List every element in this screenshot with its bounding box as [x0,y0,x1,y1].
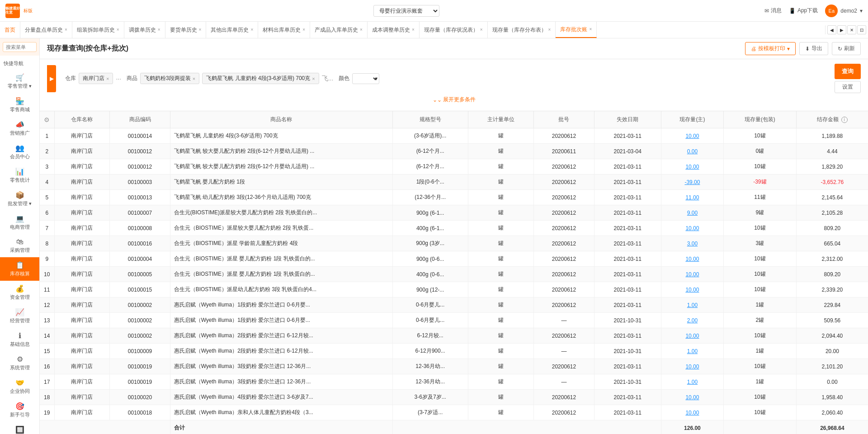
cell-qty-main[interactable]: 1.00 [661,374,723,390]
close-tab-7[interactable]: × [360,22,363,38]
user-info[interactable]: Ea demo2 ▾ [825,5,863,17]
cell-qty-main[interactable]: 3.00 [661,236,723,251]
tab-selector[interactable]: 母婴行业演示账套 [373,5,439,17]
cell-qty-main[interactable]: 10.00 [661,159,723,175]
print-btn[interactable]: 🖨 按模板打印 ▾ [745,42,796,55]
sidebar-item-系统管理[interactable]: ⚙系统管理 [0,351,39,375]
top-bar: 畅捷通好生意 标版 母婴行业演示账套 ✉ 消息 📱 App下载 Ea demo2… [0,0,868,22]
cell-spec: 12-36月幼... [392,359,468,374]
export-btn[interactable]: ⬇ 导出 [799,42,828,55]
goods-dots[interactable]: 飞... [322,75,334,83]
cell-qty-main[interactable]: 10.00 [661,267,723,282]
sidebar-item-零售统计[interactable]: 📊零售统计 [0,164,39,187]
close-tab-3[interactable]: × [158,22,160,38]
cell-qty-main[interactable]: 10.00 [661,359,723,374]
cell-amount: 0.00 [796,374,868,390]
close-tab-2[interactable]: × [117,22,119,38]
nav-tab-0[interactable]: 首页 [0,22,20,38]
cell-unit: 罐 [468,267,534,282]
close-tab-11[interactable]: × [589,22,592,38]
cell-qty-main[interactable]: 2.00 [661,313,723,328]
nav-tabs-wrapper: 首页分量盘点单历史×组装拆卸单历史×调拨单历史×要货单历史×其他出库单历史×材料… [0,22,868,38]
sidebar-item-基础信息[interactable]: ℹ基础信息 [0,328,39,351]
sidebar-item-批发管理[interactable]: 📦批发管理 ▾ [0,187,39,211]
sidebar-item-零售商城[interactable]: 🏪零售商城 [0,93,39,117]
nav-tab-8[interactable]: 成本调整单历史× [368,22,420,38]
cell-qty-main[interactable]: 10.00 [661,128,723,144]
close-tab-10[interactable]: × [548,22,551,38]
sidebar-item-会员中心[interactable]: 👥会员中心 [0,140,39,164]
sidebar-item-新手引导[interactable]: 🎯新手引导 [0,398,39,422]
nav-next-btn[interactable]: ▶ [837,25,846,34]
cell-qty-main[interactable]: 1.00 [661,297,723,313]
nav-prev-btn[interactable]: ◀ [827,25,836,34]
sidebar-item-采购管理[interactable]: 🛍采购管理 [0,234,39,257]
warehouse-tag[interactable]: 南岸门店 × [79,73,113,84]
nav-tab-2[interactable]: 组装拆卸单历史× [72,22,124,38]
filter-expand-left-btn[interactable]: ▶ [47,65,56,92]
close-tab-6[interactable]: × [302,22,305,38]
settings-btn[interactable]: 设置 [835,81,861,93]
nav-tab-11[interactable]: 库存批次账× [556,22,597,38]
col-settings[interactable]: ⚙ [40,111,54,128]
sidebar-item-营销推广[interactable]: 📣营销推广 [0,117,39,140]
warehouse-dots[interactable]: ··· [116,75,121,82]
nav-tab-1[interactable]: 分量盘点单历史× [20,22,72,38]
cell-expire: 2021-03-11 [594,297,661,313]
nav-tab-10[interactable]: 现存量（库存分布表）× [488,22,556,38]
message-btn[interactable]: ✉ 消息 [764,7,782,14]
goods-tag-1[interactable]: 飞鹤奶粉3段两提装 × [140,73,199,84]
nav-tab-9[interactable]: 现存量（库存状况表）× [420,22,488,38]
nav-expand-btn[interactable]: ⊡ [857,25,866,34]
sidebar-item-电商管理[interactable]: 💻电商管理 [0,211,39,234]
amount-info-icon[interactable]: i [841,117,848,123]
sidebar-item-经营管理[interactable]: 📈经营管理 [0,304,39,328]
query-btn[interactable]: 查询 [835,64,861,79]
sidebar-item-库存核算[interactable]: 📋库存核算 [0,257,39,281]
cell-qty-main[interactable]: 10.00 [661,405,723,420]
nav-tab-7[interactable]: 产成品入库单历史× [310,22,368,38]
cell-qty-main[interactable]: 10.00 [661,221,723,236]
cell-qty-main[interactable]: 9.00 [661,205,723,221]
cell-qty-main[interactable]: 10.00 [661,390,723,405]
close-tab-1[interactable]: × [65,22,67,38]
cell-qty-main[interactable]: 10.00 [661,282,723,297]
cell-batch: — [534,344,594,359]
close-tab-9[interactable]: × [480,22,483,38]
close-tab-5[interactable]: × [250,22,253,38]
sidebar-item-应用中心[interactable]: 🔲应用中心 [0,422,39,434]
refresh-btn[interactable]: ↻ 刷新 [832,42,861,55]
app-download-btn[interactable]: 📱 App下载 [789,7,818,14]
search-input[interactable] [3,42,37,52]
nav-tab-3[interactable]: 调拨单历史× [124,22,165,38]
expand-more-btn[interactable]: ⌄⌄ 展开更多条件 [433,96,476,104]
cell-qty-main[interactable]: 11.00 [661,190,723,205]
cell-qty-main[interactable]: -39.00 [661,175,723,190]
sidebar-item-零售管理[interactable]: 🛒零售管理 ▾ [0,70,39,93]
cell-warehouse: 南岸门店 [54,236,110,251]
nav-tab-6[interactable]: 材料出库单历史× [258,22,310,38]
account-select[interactable]: 母婴行业演示账套 [373,5,439,17]
nav-tab-4[interactable]: 要货单历史× [165,22,207,38]
sidebar-item-企业协同[interactable]: 🤝企业协同 [0,375,39,398]
cell-qty-main[interactable]: 10.00 [661,328,723,344]
warehouse-tag-remove[interactable]: × [106,76,109,81]
table-row: 10 南岸门店 00100005 合生元（BIOSTIME）派星 婴儿配方奶粉 … [40,267,868,282]
cell-expire: 2021-03-11 [594,282,661,297]
sidebar-label-1: 零售商城 [0,106,39,113]
goods-tag-1-remove[interactable]: × [193,76,195,81]
cell-qty-main[interactable]: 10.00 [661,251,723,267]
nav-tab-5[interactable]: 其他出库单历史× [206,22,258,38]
nav-close-btn[interactable]: ✕ [847,25,856,34]
cell-batch: 20200612 [534,221,594,236]
goods-tag-2-remove[interactable]: × [312,76,315,81]
color-select[interactable] [352,73,379,84]
cell-qty-main[interactable]: 1.00 [661,344,723,359]
close-tab-4[interactable]: × [199,22,202,38]
close-tab-8[interactable]: × [412,22,415,38]
sidebar-item-资金管理[interactable]: 💰资金管理 [0,281,39,304]
gear-icon[interactable]: ⚙ [44,116,50,123]
goods-tag-2[interactable]: 飞鹤星飞帆 儿童奶粉 4段(3-6岁适用) 700克 × [202,73,319,84]
cell-qty-main[interactable]: 0.00 [661,144,723,159]
logo-subtitle: 标版 [24,8,33,14]
